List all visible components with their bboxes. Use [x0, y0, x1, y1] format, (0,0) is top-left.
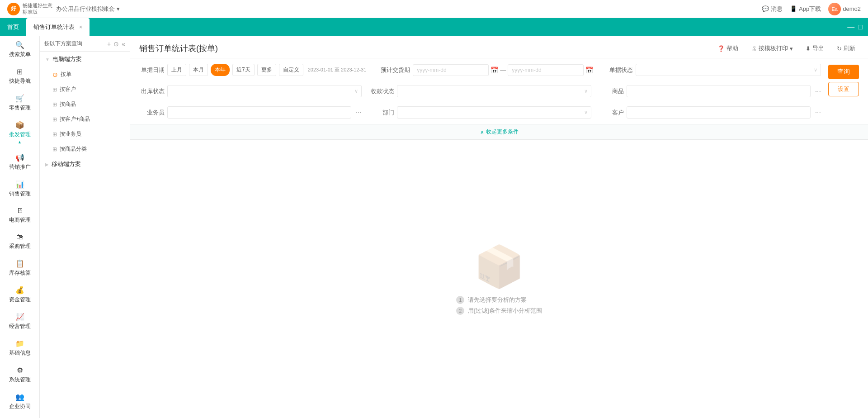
date-cal-icon-from[interactable]: 📅 — [491, 66, 498, 74]
bill-status-item: 单据状态 — [608, 64, 821, 76]
refresh-icon: ↻ — [837, 45, 842, 52]
sidebar-item-basic[interactable]: 📁 基础信息 — [0, 335, 39, 361]
print-icon: 🖨 — [751, 45, 757, 52]
collapse-row[interactable]: ∧ 收起更多条件 — [130, 124, 868, 140]
export-button[interactable]: ⬇ 导出 — [802, 43, 828, 54]
goods-dots[interactable]: ··· — [815, 87, 821, 95]
delivery-status-select[interactable] — [167, 85, 362, 97]
sidebar-item-finance[interactable]: 💰 资金管理 — [0, 281, 39, 308]
payment-status-select[interactable] — [397, 85, 591, 97]
delivery-status-label: 出库状态 — [139, 87, 165, 95]
tree-item-by-goods-cat-label: 按商品分类 — [60, 145, 87, 153]
export-icon: ⬇ — [806, 45, 811, 52]
sidebar-item-operation[interactable]: 📈 经营管理 — [0, 308, 39, 335]
print-dropdown-icon: ▾ — [790, 45, 793, 52]
empty-illustration: 📦 — [474, 243, 524, 290]
app-download-button[interactable]: 📱 App下载 — [790, 5, 821, 13]
customer-dots[interactable]: ··· — [815, 109, 821, 117]
expected-date-from[interactable] — [413, 64, 489, 76]
salesperson-dots[interactable]: ··· — [356, 109, 362, 117]
date-btn-this-month[interactable]: 本月 — [189, 64, 208, 76]
department-select-wrap — [397, 106, 591, 119]
sidebar-item-purchase[interactable]: 🛍 采购管理 — [0, 228, 39, 255]
tree-item-by-order[interactable]: ⊙ 按单 — [47, 67, 130, 82]
tab-close-icon[interactable]: × — [79, 24, 82, 30]
sidebar-item-inventory[interactable]: 📋 库存核算 — [0, 255, 39, 281]
tab-sales-order[interactable]: 销售订单统计表 × — [26, 18, 90, 36]
operation-icon: 📈 — [15, 313, 24, 321]
refresh-button[interactable]: ↻ 刷新 — [833, 43, 859, 54]
breadcrumb-area[interactable]: 办公用品行业模拟账套 ▾ — [56, 5, 120, 13]
sidebar-item-ecommerce[interactable]: 🖥 电商管理 — [0, 202, 39, 228]
date-btn-this-year[interactable]: 本年 — [211, 64, 230, 76]
date-cal-icon-to[interactable]: 📅 — [585, 66, 593, 74]
sidebar: 🔍 搜索菜单 ⊞ 快捷导航 🛒 零售管理 📦 批发管理 ▲ 📢 营销推广 📊 销… — [0, 36, 40, 418]
edit-scheme-icon[interactable]: ⊙ — [113, 40, 119, 48]
sidebar-item-search[interactable]: 🔍 搜索菜单 — [0, 36, 39, 63]
tree-section-mobile-label: 移动端方案 — [52, 160, 81, 168]
purchase-icon: 🛍 — [16, 233, 24, 241]
date-btn-custom[interactable]: 自定义 — [279, 64, 303, 76]
department-label: 部门 — [369, 109, 394, 117]
filter-section: 单据日期 上月 本月 本年 近7天 更多 自定义 2023-01-01 至 20… — [130, 58, 868, 124]
message-icon: 💬 — [762, 5, 769, 12]
print-button[interactable]: 🖨 按模板打印 ▾ — [747, 43, 797, 54]
tree-section-pc[interactable]: ▼ 电脑端方案 — [40, 52, 130, 67]
bill-status-select-wrap — [636, 64, 821, 76]
salesperson-input[interactable] — [167, 106, 351, 119]
sidebar-item-system[interactable]: ⚙ 系统管理 — [0, 361, 39, 388]
sidebar-item-quicknav[interactable]: ⊞ 快捷导航 — [0, 63, 39, 90]
sidebar-item-wholesale[interactable]: 📦 批发管理 ▲ — [0, 116, 39, 149]
sidebar-label-collab: 企业协同 — [9, 403, 31, 410]
top-bar: 好 畅捷通好生意 标准版 办公用品行业模拟账套 ▾ 💬 消息 📱 App下载 E… — [0, 0, 868, 18]
expected-date-to[interactable] — [508, 64, 584, 76]
tab-home[interactable]: 首页 — [0, 18, 26, 36]
goods-input[interactable] — [627, 85, 811, 97]
by-order-icon: ⊙ — [52, 71, 58, 78]
tree-item-by-customer-goods[interactable]: ⊞ 按客户+商品 — [47, 112, 130, 127]
date-btn-more[interactable]: 更多 — [257, 64, 276, 76]
help-button[interactable]: ❓ 帮助 — [714, 43, 742, 54]
tab-maximize-icon[interactable]: □ — [858, 23, 863, 31]
customer-input[interactable] — [627, 106, 811, 119]
setting-button[interactable]: 设置 — [828, 82, 859, 96]
add-scheme-icon[interactable]: + — [107, 40, 111, 48]
query-button[interactable]: 查询 — [828, 65, 859, 79]
department-select[interactable] — [397, 106, 591, 119]
filter-rows-wrap: 单据日期 上月 本月 本年 近7天 更多 自定义 2023-01-01 至 20… — [139, 64, 821, 119]
sidebar-item-guide[interactable]: 🎯 新手引导 — [0, 415, 39, 418]
tab-sales-order-label: 销售订单统计表 — [33, 23, 75, 31]
message-button[interactable]: 💬 消息 — [762, 5, 783, 13]
sidebar-label-finance: 资金管理 — [9, 296, 31, 304]
sidebar-item-retail[interactable]: 🛒 零售管理 — [0, 90, 39, 116]
date-btn-last-7days[interactable]: 近7天 — [232, 64, 255, 76]
filter-row-1: 单据日期 上月 本月 本年 近7天 更多 自定义 2023-01-01 至 20… — [139, 64, 821, 76]
sidebar-item-sales[interactable]: 📊 销售管理 — [0, 176, 39, 202]
logo-icon: 好 — [7, 3, 20, 15]
tree-item-by-goods-label: 按商品 — [60, 100, 76, 108]
salesperson-label: 业务员 — [139, 109, 165, 117]
bill-status-label: 单据状态 — [608, 66, 633, 74]
collapse-panel-icon[interactable]: « — [122, 40, 125, 48]
tree-item-by-customer[interactable]: ⊞ 按客户 — [47, 82, 130, 97]
date-btn-last-month[interactable]: 上月 — [167, 64, 186, 76]
user-avatar-area[interactable]: Ea demo2 — [828, 3, 861, 15]
sidebar-label-ecommerce: 电商管理 — [9, 216, 31, 224]
app-download-label: App下载 — [799, 5, 821, 13]
tree-item-by-goods[interactable]: ⊞ 按商品 — [47, 97, 130, 112]
page-actions: ❓ 帮助 🖨 按模板打印 ▾ ⬇ 导出 ↻ 刷新 — [714, 43, 859, 54]
tree-item-by-customer-goods-label: 按客户+商品 — [60, 115, 90, 123]
sidebar-item-collab[interactable]: 👥 企业协同 — [0, 388, 39, 415]
expand-arrow: ▲ — [18, 140, 22, 144]
sidebar-item-marketing[interactable]: 📢 营销推广 — [0, 149, 39, 176]
tab-minimize-icon[interactable]: — — [847, 23, 854, 31]
customer-item: 客户 ··· — [599, 106, 821, 119]
sidebar-label-operation: 经营管理 — [9, 323, 31, 330]
tree-item-by-goods-cat[interactable]: ⊞ 按商品分类 — [47, 142, 130, 157]
tree-section-pc-label: 电脑端方案 — [52, 55, 82, 63]
tree-item-by-salesperson[interactable]: ⊞ 按业务员 — [47, 127, 130, 142]
page-header: 销售订单统计表(按单) ❓ 帮助 🖨 按模板打印 ▾ ⬇ 导出 — [130, 36, 868, 58]
bill-status-select[interactable] — [636, 64, 821, 76]
tree-section-mobile[interactable]: ▶ 移动端方案 — [40, 157, 130, 172]
ecommerce-icon: 🖥 — [16, 207, 24, 215]
